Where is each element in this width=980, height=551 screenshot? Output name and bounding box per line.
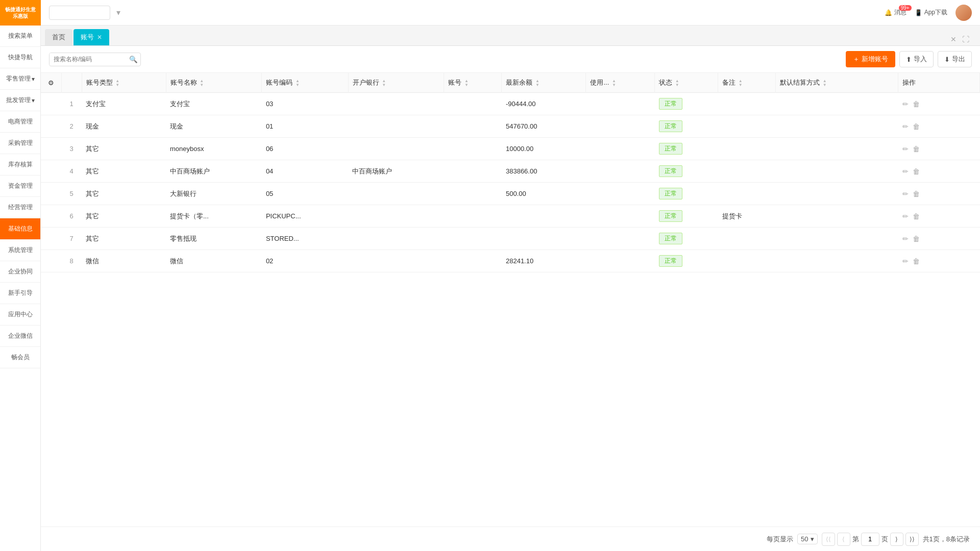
sidebar-item-new-guide[interactable]: 新手引导 [0,283,40,304]
col-account-name[interactable]: 账号名称 ▲▼ [166,73,262,93]
sidebar-item-sys-mgmt[interactable]: 系统管理 [0,240,40,261]
row-default-settlement-cell [776,205,898,228]
row-account-name-cell: 微信 [166,250,262,272]
sidebar-item-ops-mgmt[interactable]: 经营管理 [0,197,40,218]
sidebar-item-inventory-check[interactable]: 库存核算 [0,154,40,176]
edit-icon[interactable]: ✏ [902,122,909,131]
edit-icon[interactable]: ✏ [902,212,909,220]
sort-note-icon: ▲▼ [739,79,743,87]
logo-line1: 畅捷通好生意 [5,6,36,13]
sidebar-item-label: 库存核算 [2,160,38,169]
page-first-button[interactable]: ⟨⟨ [822,533,835,546]
delete-icon[interactable]: 🗑 [913,145,920,153]
tab-window-controls: ✕ ⛶ [110,33,976,45]
col-usage[interactable]: 使用... ▲▼ [586,73,655,93]
delete-icon[interactable]: 🗑 [913,235,920,243]
app-logo: 畅捷通好生意 乐惠版 [0,0,41,26]
row-balance-cell [502,228,586,250]
col-default-settlement[interactable]: 默认结算方式 ▲▼ [776,73,898,93]
sidebar-item-vip-member[interactable]: 畅会员 [0,347,40,368]
row-account-type-cell: 其它 [82,160,166,183]
top-search-input[interactable] [49,6,110,20]
col-balance[interactable]: 最新余额 ▲▼ [502,73,586,93]
col-settings[interactable]: ⚙ [41,73,61,93]
edit-icon[interactable]: ✏ [902,235,909,243]
tab-close-window-icon[interactable]: ✕ [947,33,960,45]
add-account-button[interactable]: ＋ 新增账号 [846,51,895,67]
tab-accounts-close-icon[interactable]: ✕ [97,34,102,41]
export-button[interactable]: ⬇ 导出 [938,51,972,67]
sidebar-item-capital-mgmt[interactable]: 资金管理 [0,176,40,197]
row-account-code-cell: 01 [262,115,348,138]
sidebar-item-purchase-mgmt[interactable]: 采购管理 [0,133,40,154]
row-default-settlement-cell [776,138,898,160]
delete-icon[interactable]: 🗑 [913,122,920,131]
account-search-input[interactable] [50,53,126,65]
page-number-input[interactable] [861,533,879,546]
delete-icon[interactable]: 🗑 [913,167,920,176]
sidebar-item-basic-info[interactable]: 基础信息 [0,218,40,240]
op-icons: ✏ 🗑 [902,212,976,220]
row-op-cell: ✏ 🗑 [898,138,980,160]
app-download-button[interactable]: 📱 App下载 [915,8,947,17]
col-account-code[interactable]: 账号编码 ▲▼ [262,73,348,93]
col-account-no[interactable]: 账号 ▲▼ [444,73,502,93]
edit-icon[interactable]: ✏ [902,145,909,153]
edit-icon[interactable]: ✏ [902,257,909,265]
row-settings-cell [41,160,61,183]
page-suffix-label: 页 [881,535,888,544]
page-prev-button[interactable]: ⟨ [837,533,850,546]
delete-icon[interactable]: 🗑 [913,190,920,198]
message-button[interactable]: 🔔 消息 99+ [885,8,906,17]
import-button[interactable]: ⬆ 导入 [899,51,934,67]
delete-icon[interactable]: 🗑 [913,212,920,220]
edit-icon[interactable]: ✏ [902,167,909,176]
col-bank[interactable]: 开户银行 ▲▼ [348,73,444,93]
delete-icon[interactable]: 🗑 [913,257,920,265]
per-page-select[interactable]: 50 ▾ [797,534,817,544]
sidebar-item-quick-nav[interactable]: 快捷导航 [0,47,40,68]
row-account-code-cell: 04 [262,160,348,183]
user-avatar[interactable] [955,5,972,21]
account-search-button[interactable]: 🔍 [126,53,141,66]
sidebar-item-ecommerce-mgmt[interactable]: 电商管理 [0,111,40,133]
col-account-type[interactable]: 账号类型 ▲▼ [82,73,166,93]
table-row: 3 其它 moneybosx 06 10000.00 正常 ✏ 🗑 [41,138,980,160]
page-prefix-label: 第 [852,535,859,544]
row-status-cell: 正常 [655,183,718,205]
settings-icon: ⚙ [48,79,54,87]
row-account-code-cell: 05 [262,183,348,205]
sidebar-item-label: 系统管理 [2,246,38,255]
edit-icon[interactable]: ✏ [902,100,909,108]
col-note[interactable]: 备注 ▲▼ [718,73,776,93]
row-account-code-cell: 02 [262,250,348,272]
row-default-settlement-cell [776,115,898,138]
row-note-cell [718,183,776,205]
table-header-row: ⚙ 账号类型 ▲▼ 账号名称 ▲▼ 账号编码 ▲▼ [41,73,980,93]
col-status[interactable]: 状态 ▲▼ [655,73,718,93]
tab-maximize-icon[interactable]: ⛶ [960,33,972,45]
top-search-dropdown-icon[interactable]: ▾ [116,8,120,17]
status-badge: 正常 [659,255,682,267]
sidebar-item-app-center[interactable]: 应用中心 [0,304,40,325]
sidebar-item-enterprise-agreement[interactable]: 企业协同 [0,261,40,283]
delete-icon[interactable]: 🗑 [913,100,920,108]
row-bank-cell [348,115,444,138]
row-status-cell: 正常 [655,138,718,160]
row-account-no-cell [444,205,502,228]
row-bank-cell [348,93,444,115]
edit-icon[interactable]: ✏ [902,190,909,198]
tab-accounts[interactable]: 账号 ✕ [74,29,109,45]
sidebar-item-retail-mgmt[interactable]: 零售管理▾ [0,68,40,90]
page-next-button[interactable]: ⟩ [890,533,903,546]
top-bar-right: 🔔 消息 99+ 📱 App下载 [885,5,972,21]
row-account-code-cell: STORED... [262,228,348,250]
row-note-cell [718,250,776,272]
sidebar-item-enterprise-wechat[interactable]: 企业微信 [0,325,40,347]
row-num-cell: 2 [61,115,82,138]
main-area: ▾ 🔔 消息 99+ 📱 App下载 首页 账号 ✕ ✕ ⛶ [41,0,980,551]
sidebar-item-wholesale-mgmt[interactable]: 批发管理▾ [0,90,40,111]
page-last-button[interactable]: ⟩⟩ [905,533,919,546]
sidebar-item-search-menu[interactable]: 搜索菜单 [0,26,40,47]
tab-home[interactable]: 首页 [45,29,72,45]
